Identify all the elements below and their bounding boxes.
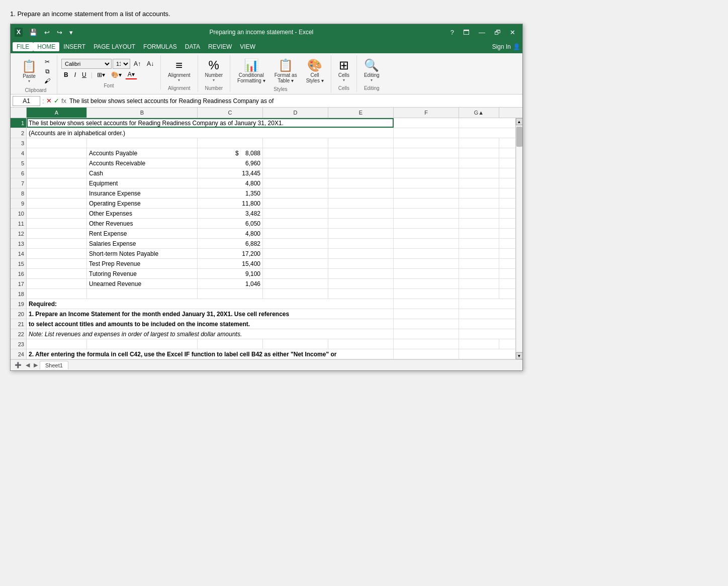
- cell-d2[interactable]: [394, 128, 459, 138]
- col-header-e[interactable]: E: [328, 108, 394, 118]
- cell-f5[interactable]: [394, 158, 459, 168]
- cell-c6[interactable]: 13,445: [198, 168, 263, 178]
- scroll-down-button[interactable]: ▼: [516, 352, 523, 359]
- scroll-thumb[interactable]: [516, 127, 522, 147]
- cell-d4[interactable]: [263, 148, 328, 158]
- insert-function-icon[interactable]: fx: [61, 97, 66, 105]
- cell-a12[interactable]: [27, 229, 87, 238]
- ribbon-display-button[interactable]: 🗖: [460, 28, 473, 37]
- cell-a1[interactable]: The list below shows select accounts for…: [27, 118, 394, 128]
- cell-f3[interactable]: [394, 138, 459, 148]
- cell-c15[interactable]: 15,400: [198, 259, 263, 268]
- cell-b4[interactable]: Accounts Payable: [87, 148, 198, 158]
- confirm-icon[interactable]: ✓: [54, 97, 59, 105]
- cell-e7[interactable]: [328, 178, 394, 188]
- minimize-button[interactable]: —: [476, 28, 488, 37]
- cell-b14[interactable]: Short-term Notes Payable: [87, 249, 198, 258]
- col-header-d[interactable]: D: [263, 108, 328, 118]
- cells-button[interactable]: ⊞ Cells ▾: [335, 57, 352, 83]
- cell-a22[interactable]: Note: List revenues and expenses in orde…: [27, 329, 394, 339]
- row-num-15[interactable]: 15: [11, 259, 26, 269]
- cell-f13[interactable]: [394, 239, 459, 248]
- cell-e10[interactable]: [328, 209, 394, 218]
- tab-nav-right[interactable]: ▶: [32, 361, 40, 369]
- italic-button[interactable]: I: [72, 70, 78, 79]
- cell-a13[interactable]: [27, 239, 87, 248]
- menu-item-view[interactable]: VIEW: [236, 42, 259, 51]
- row-num-10[interactable]: 10: [11, 209, 26, 219]
- cell-g9[interactable]: [459, 199, 499, 208]
- cell-a20[interactable]: 1. Prepare an Income Statement for the m…: [27, 309, 394, 319]
- cell-g16[interactable]: [459, 269, 499, 278]
- cell-f18[interactable]: [394, 289, 459, 299]
- cell-c16[interactable]: 9,100: [198, 269, 263, 278]
- cell-e22[interactable]: [459, 329, 515, 339]
- row-num-5[interactable]: 5: [11, 158, 26, 168]
- cell-g8[interactable]: [459, 188, 499, 198]
- cell-b13[interactable]: Salaries Expense: [87, 239, 198, 248]
- cell-d12[interactable]: [263, 229, 328, 238]
- cell-c23[interactable]: [198, 339, 263, 349]
- cell-a3[interactable]: [27, 138, 87, 148]
- cell-f7[interactable]: [394, 178, 459, 188]
- cell-a5[interactable]: [27, 158, 87, 168]
- cell-f15[interactable]: [394, 259, 459, 268]
- cell-e18[interactable]: [328, 289, 394, 299]
- col-header-f[interactable]: F: [394, 108, 459, 118]
- cell-d18[interactable]: [263, 289, 328, 299]
- cell-e13[interactable]: [328, 239, 394, 248]
- cell-b18[interactable]: [87, 289, 198, 299]
- col-header-b[interactable]: B: [87, 108, 198, 118]
- cell-g7[interactable]: [459, 178, 499, 188]
- cell-b9[interactable]: Operating Expense: [87, 199, 198, 208]
- borders-button[interactable]: ⊞▾: [95, 70, 108, 79]
- cell-d16[interactable]: [263, 269, 328, 278]
- number-button[interactable]: % Number ▾: [202, 57, 226, 83]
- cell-d20[interactable]: [394, 309, 459, 319]
- cell-c17[interactable]: 1,046: [198, 279, 263, 288]
- cell-b8[interactable]: Insurance Expense: [87, 188, 198, 198]
- vertical-scrollbar[interactable]: ▲ ▼: [515, 118, 522, 359]
- help-button[interactable]: ?: [447, 28, 457, 37]
- customize-qat-button[interactable]: ▾: [67, 28, 75, 37]
- cell-e15[interactable]: [328, 259, 394, 268]
- cell-a24[interactable]: 2. After entering the formula in cell C4…: [27, 349, 394, 359]
- cell-e9[interactable]: [328, 199, 394, 208]
- row-num-18[interactable]: 18: [11, 289, 26, 299]
- menu-item-review[interactable]: REVIEW: [204, 42, 236, 51]
- row-num-1[interactable]: 1: [11, 118, 26, 128]
- cell-c14[interactable]: 17,200: [198, 249, 263, 258]
- cell-b15[interactable]: Test Prep Revenue: [87, 259, 198, 268]
- cell-e2[interactable]: [459, 128, 515, 138]
- sheet-tab-1[interactable]: Sheet1: [40, 361, 68, 369]
- cell-a9[interactable]: [27, 199, 87, 208]
- cell-g3[interactable]: [459, 138, 499, 148]
- font-color-button[interactable]: A▾: [125, 70, 137, 79]
- menu-item-home[interactable]: HOME: [33, 42, 59, 51]
- cell-a8[interactable]: [27, 188, 87, 198]
- col-header-c[interactable]: C: [198, 108, 263, 118]
- cell-a14[interactable]: [27, 249, 87, 258]
- cell-c10[interactable]: 3,482: [198, 209, 263, 218]
- cell-a19[interactable]: Required:: [27, 299, 394, 309]
- cell-c9[interactable]: 11,800: [198, 199, 263, 208]
- row-num-20[interactable]: 20: [11, 309, 26, 319]
- font-family-select[interactable]: Calibri: [61, 59, 112, 69]
- cell-e12[interactable]: [328, 229, 394, 238]
- cell-d8[interactable]: [263, 188, 328, 198]
- format-painter-button[interactable]: 🖌: [42, 76, 53, 85]
- paste-button[interactable]: 📋 Paste ▾: [19, 58, 40, 84]
- cell-a23[interactable]: [27, 339, 87, 349]
- bold-button[interactable]: B: [61, 70, 71, 79]
- cell-d11[interactable]: [263, 219, 328, 228]
- col-header-g[interactable]: G▲: [459, 108, 499, 118]
- close-button[interactable]: ✕: [507, 28, 518, 37]
- formula-input[interactable]: [68, 96, 520, 106]
- cell-a6[interactable]: [27, 168, 87, 178]
- cell-e1[interactable]: [459, 118, 515, 128]
- cell-g4[interactable]: [459, 148, 499, 158]
- cell-f17[interactable]: [394, 279, 459, 288]
- cell-b11[interactable]: Other Revenues: [87, 219, 198, 228]
- cell-a17[interactable]: [27, 279, 87, 288]
- cell-e11[interactable]: [328, 219, 394, 228]
